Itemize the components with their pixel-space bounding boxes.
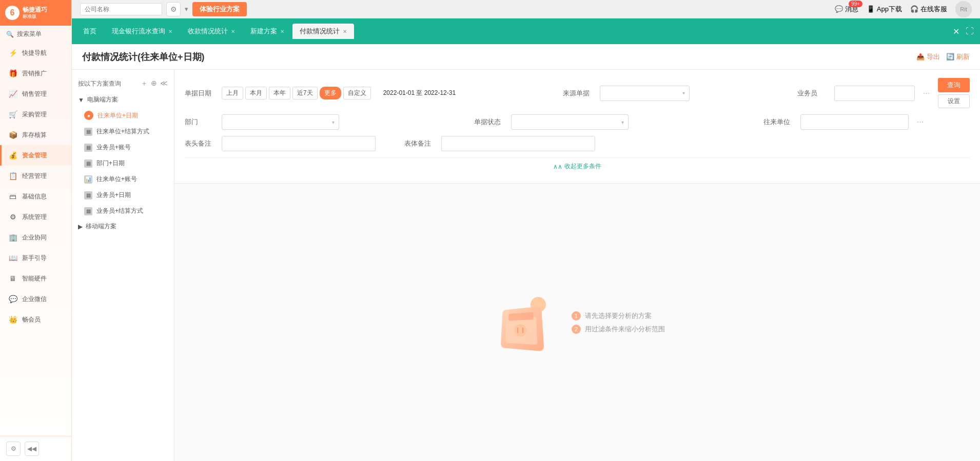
sidebar-item-operations[interactable]: 📋 经营管理 bbox=[0, 166, 71, 186]
sidebar-item-system[interactable]: ⚙ 系统管理 bbox=[0, 207, 71, 227]
dept-select[interactable]: ▾ bbox=[222, 114, 339, 130]
window-expand-button[interactable]: ⛶ bbox=[964, 26, 976, 37]
salesperson-label: 业务员 bbox=[797, 89, 826, 98]
sidebar-item-beginner[interactable]: 📖 新手引导 bbox=[0, 248, 71, 268]
scheme-item-salesperson-settle[interactable]: ▦ 业务员+结算方式 bbox=[72, 203, 174, 219]
date-btn-custom[interactable]: 自定义 bbox=[343, 87, 371, 99]
tab-payment-close-icon[interactable]: ✕ bbox=[343, 29, 347, 34]
sidebar-footer: ⚙ ◀◀ bbox=[0, 436, 71, 461]
sidebar-item-marketing[interactable]: 🎁 营销推广 bbox=[0, 63, 71, 84]
scheme-item-dept-date[interactable]: ▦ 部门+日期 bbox=[72, 155, 174, 171]
empty-hint-2: 2 用过滤条件来缩小分析范围 bbox=[572, 325, 665, 334]
company-search-input[interactable] bbox=[80, 3, 162, 15]
scheme-item-partner-account[interactable]: 📊 往来单位+账号 bbox=[72, 171, 174, 187]
tab-bank[interactable]: 现金银行流水查询 ✕ bbox=[105, 24, 180, 39]
refresh-button[interactable]: 🔄 刷新 bbox=[946, 52, 970, 62]
empty-hint-1: 1 请先选择要分析的方案 bbox=[572, 311, 665, 320]
sidebar-item-finance[interactable]: 💰 资金管理 bbox=[0, 145, 71, 166]
voucher-status-label: 单据状态 bbox=[474, 117, 503, 127]
service-icon: 🎧 bbox=[910, 5, 918, 13]
filter-row-3: 表头备注 表体备注 bbox=[185, 136, 970, 151]
scheme-item-salesperson-date[interactable]: ▦ 业务员+日期 bbox=[72, 187, 174, 203]
message-button[interactable]: 💬 消息 99+ bbox=[835, 5, 858, 14]
online-service-button[interactable]: 🎧 在线客服 bbox=[910, 5, 947, 14]
sidebar-item-basic-info[interactable]: 🗃 基础信息 bbox=[0, 186, 71, 207]
scheme-settings-icon[interactable]: ⊕ bbox=[151, 79, 157, 88]
sidebar-item-member[interactable]: 👑 畅会员 bbox=[0, 309, 71, 330]
date-btn-last-month[interactable]: 上月 bbox=[222, 87, 243, 99]
collapse-more-button[interactable]: ∧∧ 收起更多条件 bbox=[185, 157, 970, 175]
scheme-item-salesperson-account[interactable]: ▦ 业务员+账号 bbox=[72, 139, 174, 155]
scheme-panel-icons: ＋ ⊕ ≪ bbox=[141, 79, 168, 88]
salesperson-input[interactable] bbox=[834, 86, 915, 101]
sidebar-item-purchase[interactable]: 🛒 采购管理 bbox=[0, 104, 71, 125]
partner-dots-button[interactable]: ··· bbox=[917, 117, 924, 127]
table-body-note-input[interactable] bbox=[441, 136, 595, 151]
app-download-label: App下载 bbox=[877, 5, 902, 14]
table-header-note-input[interactable] bbox=[222, 136, 376, 151]
scheme-collapse-button[interactable]: ≪ bbox=[160, 79, 168, 88]
scheme-group-desktop[interactable]: ▼ 电脑端方案 bbox=[72, 92, 174, 107]
empty-box-shape bbox=[501, 306, 544, 351]
sidebar-item-inventory[interactable]: 📦 库存核算 bbox=[0, 125, 71, 145]
date-btn-this-year[interactable]: 本年 bbox=[269, 87, 290, 99]
table-body-note-label: 表体备注 bbox=[404, 139, 433, 148]
scheme-group-mobile-arrow: ▶ bbox=[78, 223, 83, 230]
scheme-item-label: 往来单位+日期 bbox=[97, 111, 138, 120]
tab-new-scheme[interactable]: 新建方案 ✕ bbox=[243, 24, 291, 39]
query-button[interactable]: 查询 bbox=[938, 78, 970, 92]
sidebar-settings-btn[interactable]: ⚙ bbox=[6, 442, 21, 456]
sidebar-item-enterprise[interactable]: 🏢 企业协同 bbox=[0, 227, 71, 248]
dept-chevron-icon: ▾ bbox=[332, 119, 335, 125]
scheme-group-desktop-label: 电脑端方案 bbox=[87, 95, 118, 104]
date-btn-more[interactable]: 更多 bbox=[320, 87, 341, 99]
scheme-add-icon[interactable]: ＋ bbox=[141, 79, 148, 88]
partner-input[interactable] bbox=[800, 114, 909, 130]
sidebar-item-label: 快捷导航 bbox=[22, 49, 47, 57]
filter-area: 单据日期 上月 本月 本年 近7天 更多 自定义 2022-01-01 至 20… bbox=[174, 70, 980, 184]
date-btn-7days[interactable]: 近7天 bbox=[292, 87, 318, 99]
search-menu-item[interactable]: 🔍 搜索菜单 bbox=[0, 26, 71, 43]
experience-scheme-button[interactable]: 体验行业方案 bbox=[192, 2, 247, 16]
refresh-label: 刷新 bbox=[956, 52, 970, 62]
scheme-group-mobile[interactable]: ▶ 移动端方案 bbox=[72, 219, 174, 234]
settings-gear-button[interactable]: ⚙ bbox=[166, 2, 181, 16]
scheme-item-icon: ▦ bbox=[84, 128, 92, 136]
search-icon: 🔍 bbox=[6, 31, 14, 38]
sidebar-collapse-btn[interactable]: ◀◀ bbox=[25, 442, 39, 456]
tab-bank-close-icon[interactable]: ✕ bbox=[168, 29, 172, 34]
dropdown-arrow-icon[interactable]: ▾ bbox=[185, 5, 188, 13]
voucher-status-select[interactable]: ▾ bbox=[511, 114, 629, 130]
scheme-item-partner-settle[interactable]: ▦ 往来单位+结算方式 bbox=[72, 124, 174, 139]
voucher-date-label: 单据日期 bbox=[185, 89, 213, 98]
collapse-up-icon: ∧∧ bbox=[553, 163, 562, 170]
scheme-panel-label: 按以下方案查询 bbox=[78, 79, 121, 88]
window-close-button[interactable]: ✕ bbox=[951, 26, 962, 37]
system-icon: ⚙ bbox=[8, 212, 18, 222]
sidebar-item-wechat[interactable]: 💬 企业微信 bbox=[0, 289, 71, 309]
source-voucher-label: 来源单据 bbox=[563, 89, 592, 98]
tab-new-scheme-close-icon[interactable]: ✕ bbox=[280, 29, 284, 34]
tab-income-close-icon[interactable]: ✕ bbox=[231, 29, 235, 34]
tab-home[interactable]: 首页 bbox=[76, 24, 104, 39]
tab-income[interactable]: 收款情况统计 ✕ bbox=[181, 24, 242, 39]
tab-payment[interactable]: 付款情况统计 ✕ bbox=[292, 24, 354, 39]
table-header-note-label: 表头备注 bbox=[185, 139, 213, 148]
source-voucher-select[interactable]: ▾ bbox=[600, 86, 690, 101]
scheme-item-partner-date[interactable]: ● 往来单位+日期 bbox=[72, 107, 174, 124]
date-btn-this-month[interactable]: 本月 bbox=[245, 87, 267, 99]
scheme-item-icon: ▦ bbox=[84, 207, 92, 215]
page-header-actions: 📤 导出 🔄 刷新 bbox=[916, 52, 970, 62]
export-button[interactable]: 📤 导出 bbox=[916, 52, 940, 62]
user-avatar[interactable]: Rit bbox=[955, 1, 972, 17]
dept-label: 部门 bbox=[185, 117, 213, 127]
settings-button[interactable]: 设置 bbox=[938, 94, 970, 108]
sidebar-item-sales[interactable]: 📈 销售管理 bbox=[0, 84, 71, 104]
sidebar-item-hardware[interactable]: 🖥 智能硬件 bbox=[0, 268, 71, 289]
salesperson-dots-button[interactable]: ··· bbox=[923, 89, 930, 98]
empty-illustration bbox=[489, 297, 551, 348]
scheme-item-label: 业务员+账号 bbox=[96, 143, 131, 152]
app-download-button[interactable]: 📱 App下载 bbox=[867, 5, 902, 14]
sidebar-item-label: 企业微信 bbox=[22, 295, 47, 304]
sidebar-item-quick-nav[interactable]: ⚡ 快捷导航 bbox=[0, 43, 71, 63]
